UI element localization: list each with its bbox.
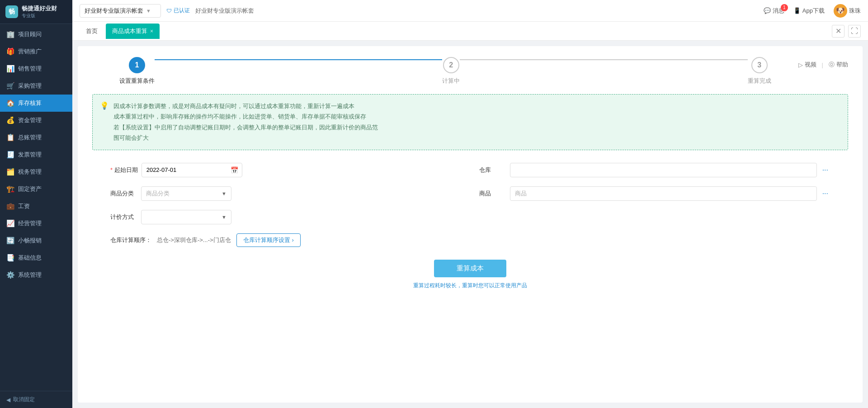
- app-name: 畅捷通好业财: [22, 5, 57, 13]
- payroll-icon: 💼: [6, 202, 14, 210]
- recalc-button[interactable]: 重算成本: [434, 260, 506, 277]
- step-connector-1-2: [155, 59, 442, 60]
- video-button[interactable]: ▷ 视频: [798, 61, 816, 69]
- sidebar-item-payroll[interactable]: 💼 工资: [0, 198, 72, 215]
- help-area: ▷ 视频 | ⓪ 帮助: [798, 57, 848, 69]
- sidebar-item-accounting[interactable]: 📋 总账管理: [0, 129, 72, 146]
- sidebar-item-marketing-label: 营销推广: [18, 47, 42, 56]
- app-logo-text: 畅: [9, 8, 15, 16]
- warehouse-field: 仓库 ···: [479, 163, 830, 177]
- tab-cost-recalc[interactable]: 商品成本重算 ×: [106, 24, 160, 39]
- sidebar-item-purchase[interactable]: 🛒 采购管理: [0, 77, 72, 95]
- product-category-label: 商品分类: [110, 190, 137, 198]
- sidebar-item-project[interactable]: 🏢 项目顾问: [0, 26, 72, 43]
- tab-close-button[interactable]: ×: [150, 28, 153, 34]
- start-date-input-wrapper[interactable]: 📅: [142, 163, 242, 177]
- expand-panel-button[interactable]: ⛶: [848, 25, 861, 38]
- user-profile[interactable]: 🐶 珠珠: [834, 4, 861, 18]
- step-1: 1 设置重算条件: [119, 57, 155, 85]
- product-category-arrow-icon: ▼: [222, 191, 226, 196]
- sidebar-item-expense[interactable]: 🔄 小畅报销: [0, 232, 72, 249]
- sidebar-item-accounting-label: 总账管理: [18, 133, 42, 142]
- warehouse-order-btn-arrow-icon: ›: [292, 237, 294, 243]
- help-label: 帮助: [836, 61, 848, 69]
- close-panel-button[interactable]: ✕: [832, 25, 844, 38]
- help-circle-icon: ⓪: [829, 61, 835, 69]
- product-dots-button[interactable]: ···: [821, 190, 830, 198]
- step-1-circle: 1: [129, 57, 145, 73]
- product-input[interactable]: 商品: [510, 186, 817, 201]
- operations-icon: 📈: [6, 219, 14, 228]
- step-1-label: 设置重算条件: [119, 77, 155, 85]
- sidebar-item-inventory[interactable]: 🏠 库存核算: [0, 95, 72, 112]
- app-download-button[interactable]: 📱 App下载: [793, 7, 825, 15]
- help-button[interactable]: ⓪ 帮助: [829, 61, 848, 69]
- notice-box: 💡 因成本计算参数调整，或是对商品成本有疑问时，可以通过成本重算功能，重新计算一…: [92, 94, 848, 150]
- sidebar-item-invoice[interactable]: 🧾 发票管理: [0, 146, 72, 163]
- username-label: 珠珠: [849, 7, 861, 15]
- sidebar-item-assets-label: 固定资产: [18, 185, 42, 193]
- sidebar-item-operations[interactable]: 📈 经营管理: [0, 215, 72, 232]
- warehouse-order-row: 仓库计算顺序： 总仓->深圳仓库->...->门店仓 仓库计算顺序设置 ›: [110, 233, 830, 247]
- account-name-display: 好业财专业版演示帐套: [195, 7, 254, 15]
- tax-icon: 🗂️: [6, 168, 14, 176]
- sidebar-item-assets[interactable]: 🏗️ 固定资产: [0, 180, 72, 198]
- pricing-method-select[interactable]: ▼: [141, 210, 231, 224]
- assets-icon: 🏗️: [6, 185, 14, 193]
- sidebar-item-finance[interactable]: 💰 资金管理: [0, 112, 72, 129]
- topbar: 好业财专业版演示帐套 ▼ 🛡 已认证 好业财专业版演示帐套 💬 消息 1 📱 A…: [72, 0, 868, 22]
- sidebar-item-sales[interactable]: 📊 销售管理: [0, 60, 72, 77]
- start-date-field: 起始日期 📅: [110, 163, 461, 177]
- pricing-method-arrow-icon: ▼: [222, 214, 226, 220]
- avatar-emoji: 🐶: [836, 6, 845, 15]
- step-3: 3 重算完成: [748, 57, 771, 85]
- invoice-icon: 🧾: [6, 151, 14, 159]
- app-download-label: App下载: [802, 7, 825, 15]
- sidebar-nav: 🏢 项目顾问 🎁 营销推广 📊 销售管理 🛒 采购管理 🏠 库存核算 💰 资金管…: [0, 24, 72, 391]
- product-placeholder: 商品: [515, 190, 527, 198]
- notice-line-1: 因成本计算参数调整，或是对商品成本有疑问时，可以通过成本重算功能，重新计算一遍成…: [113, 101, 378, 111]
- notice-line-3: 若【系统设置】中启用了自动调整记账日期时，会调整入库单的整单记账日期，因此重新计…: [113, 122, 378, 133]
- topbar-right: 💬 消息 1 📱 App下载 🐶 珠珠: [764, 4, 861, 18]
- account-select[interactable]: 好业财专业版演示帐套 ▼: [80, 4, 161, 18]
- pricing-method-label: 计价方式: [110, 213, 137, 221]
- sidebar-unpin-button[interactable]: ◀ 取消固定: [0, 391, 72, 408]
- sidebar-item-basic[interactable]: 📑 基础信息: [0, 249, 72, 266]
- sidebar-item-inventory-label: 库存核算: [18, 99, 42, 107]
- verified-label: 已认证: [174, 7, 190, 14]
- steps-container: 1 设置重算条件 2 计算中 3: [92, 57, 798, 85]
- tab-home[interactable]: 首页: [80, 24, 104, 39]
- step-3-label: 重算完成: [748, 77, 771, 85]
- sidebar-item-operations-label: 经营管理: [18, 219, 42, 228]
- product-category-select[interactable]: 商品分类 ▼: [141, 186, 231, 201]
- sidebar-item-system-label: 系统管理: [18, 271, 42, 279]
- warehouse-input[interactable]: [510, 163, 817, 177]
- product-category-field: 商品分类 商品分类 ▼: [110, 186, 461, 201]
- sidebar: 畅 畅捷通好业财 专业版 🏢 项目顾问 🎁 营销推广 📊 销售管理 🛒 采购管理…: [0, 0, 72, 408]
- sidebar-item-tax[interactable]: 🗂️ 税务管理: [0, 163, 72, 180]
- project-icon: 🏢: [6, 30, 14, 38]
- sidebar-item-sales-label: 销售管理: [18, 65, 42, 73]
- tabbar-controls: ✕ ⛶: [832, 25, 861, 38]
- system-icon: ⚙️: [6, 271, 14, 279]
- sidebar-header: 畅 畅捷通好业财 专业版: [0, 0, 72, 24]
- product-category-placeholder: 商品分类: [146, 190, 219, 198]
- marketing-icon: 🎁: [6, 47, 14, 56]
- sidebar-item-marketing[interactable]: 🎁 营销推广: [0, 43, 72, 60]
- warehouse-dots-button[interactable]: ···: [821, 166, 830, 174]
- sidebar-item-system[interactable]: ⚙️ 系统管理: [0, 266, 72, 284]
- unpin-icon: ◀: [6, 397, 10, 403]
- expense-icon: 🔄: [6, 237, 14, 245]
- form-row-1: 起始日期 📅 仓库 ···: [110, 163, 830, 177]
- step-3-circle: 3: [751, 57, 768, 73]
- warehouse-order-settings-button[interactable]: 仓库计算顺序设置 ›: [236, 233, 301, 247]
- form-row-3: 计价方式 ▼: [110, 210, 830, 224]
- main-container: 好业财专业版演示帐套 ▼ 🛡 已认证 好业财专业版演示帐套 💬 消息 1 📱 A…: [72, 0, 868, 408]
- step-2-circle: 2: [443, 57, 459, 73]
- calendar-icon[interactable]: 📅: [227, 166, 242, 174]
- sidebar-item-payroll-label: 工资: [18, 202, 30, 210]
- start-date-input[interactable]: [142, 164, 227, 176]
- step-2: 2 计算中: [442, 57, 460, 85]
- user-avatar: 🐶: [834, 4, 847, 18]
- message-button[interactable]: 💬 消息 1: [764, 7, 784, 15]
